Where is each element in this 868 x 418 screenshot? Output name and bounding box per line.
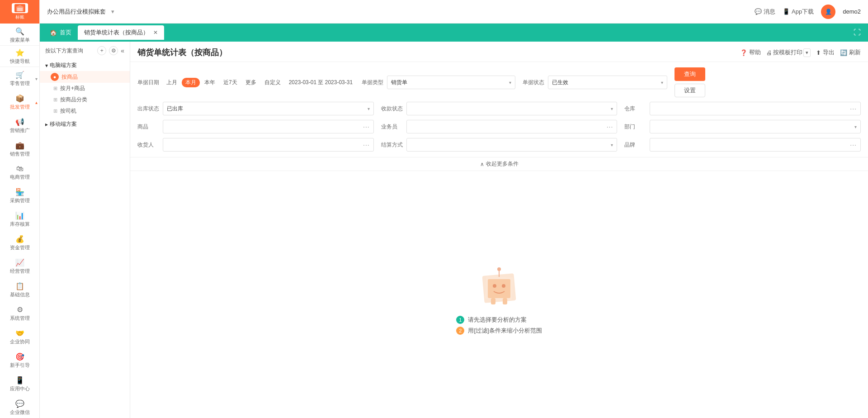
scheme-by-month-goods[interactable]: ⊞ 按月+商品 (40, 83, 130, 94)
sidebar-item-wholesale[interactable]: 📦 批发管理 ▴ (0, 90, 39, 114)
bill-type-value: 销货单 (391, 79, 407, 86)
tab-home-label: 首页 (60, 28, 71, 37)
retail-label: 零售管理 (10, 80, 30, 87)
print-dropdown-arrow[interactable]: ▾ (803, 48, 811, 57)
tip-2-text: 用[过滤]条件来缩小分析范围 (468, 327, 542, 335)
inventory-icon: 📊 (15, 211, 24, 220)
tab-bar: 🏠 首页 销货单统计表（按商品） ✕ ⛶ (40, 24, 868, 42)
download-icon: 📱 (783, 8, 790, 15)
brand-label: 品牌 (624, 141, 646, 149)
date-tab-7days[interactable]: 近7天 (220, 78, 241, 87)
filter-row-1: 单据日期 上月 本月 本年 近7天 更多 自定义 2023-03-01 至 20… (137, 67, 861, 97)
help-button[interactable]: ❓ 帮助 (740, 48, 761, 57)
system-icon: ⚙ (17, 305, 23, 314)
query-button[interactable]: 查询 (675, 67, 705, 81)
bill-type-input[interactable]: 销货单 ▾ (387, 76, 515, 89)
left-panel-actions: + ⚙ « (97, 46, 124, 55)
settings-icon: ⚙ (111, 48, 116, 54)
tab-close-icon[interactable]: ✕ (153, 29, 158, 36)
sidebar-item-purchase[interactable]: 🏪 采购管理 (0, 184, 39, 208)
settings-button[interactable]: 设置 (675, 84, 705, 97)
refresh-button[interactable]: 🔄 刷新 (840, 48, 861, 57)
export-button[interactable]: ⬆ 导出 (816, 48, 835, 57)
sidebar-item-sales[interactable]: 💼 销售管理 (0, 138, 39, 161)
guide-icon: 🎯 (15, 352, 24, 361)
settlement-input[interactable]: ▾ (406, 138, 618, 152)
bill-status-arrow-icon: ▾ (661, 80, 663, 85)
date-tab-lastmonth[interactable]: 上月 (163, 78, 181, 87)
goods-input[interactable]: ··· (163, 120, 374, 133)
purchase-icon: 🏪 (15, 188, 24, 196)
inventory-label: 库存核算 (10, 221, 30, 228)
page-actions: ❓ 帮助 🖨 按模板打印 ▾ ⬆ 导出 🔄 刷新 (740, 48, 861, 57)
retail-icon: 🛒 (15, 71, 24, 79)
svg-rect-1 (17, 8, 23, 11)
svg-point-6 (502, 284, 505, 288)
sidebar-item-marketing[interactable]: 📢 营销推广 (0, 114, 39, 138)
quick-nav-label: 快捷导航 (10, 58, 30, 65)
warehouse-status-arrow-icon: ▾ (368, 106, 370, 111)
message-action[interactable]: 💬 消息 (755, 8, 775, 16)
cooperation-icon: 🤝 (15, 329, 24, 337)
sidebar-item-management[interactable]: 📈 经营管理 (0, 255, 39, 278)
brand-input[interactable]: ··· (650, 138, 861, 152)
date-tab-more[interactable]: 更多 (242, 78, 260, 87)
sidebar-item-guide[interactable]: 🎯 新手引导 (0, 349, 39, 372)
sidebar-item-retail[interactable]: 🛒 零售管理 ▾ (0, 67, 39, 90)
department-label: 部门 (624, 123, 646, 131)
print-button[interactable]: 🖨 按模板打印 ▾ (766, 48, 811, 57)
scheme-by-goods[interactable]: ● 按商品 (40, 71, 130, 83)
left-panel: 按以下方案查询 + ⚙ « ▾ 电脑端方案 ● 按商品 (40, 42, 130, 418)
sidebar-item-wechat[interactable]: 💬 企业微信 (0, 396, 39, 418)
quick-nav-item[interactable]: ⭐ 快捷导航 (0, 46, 39, 67)
breadcrumb-arrow-icon: ▾ (111, 8, 114, 15)
user-name: demo2 (843, 8, 861, 15)
tip-item-2: 2 用[过滤]条件来缩小分析范围 (456, 327, 542, 335)
collapse-conditions-button[interactable]: ∧ 收起更多条件 (130, 157, 868, 171)
department-field: 部门 ▾ (624, 120, 861, 133)
receiver-input[interactable]: ··· (163, 138, 374, 152)
pc-scheme-section[interactable]: ▾ 电脑端方案 (40, 58, 130, 71)
sidebar-item-basic[interactable]: 📋 基础信息 (0, 278, 39, 302)
purchase-label: 采购管理 (10, 197, 30, 204)
warehouse-status-input[interactable]: 已出库 ▾ (163, 102, 374, 115)
bill-type-arrow-icon: ▾ (509, 80, 511, 85)
scheme-month-goods-label: 按月+商品 (60, 85, 85, 92)
salesperson-input[interactable]: ··· (406, 120, 618, 133)
bill-status-input[interactable]: 已生效 ▾ (548, 76, 667, 89)
sidebar-item-ecommerce[interactable]: 🛍 电商管理 (0, 161, 39, 184)
warehouse-input[interactable]: ··· (650, 102, 861, 115)
date-tab-custom[interactable]: 自定义 (261, 78, 284, 87)
settings-scheme-button[interactable]: ⚙ (109, 46, 118, 55)
receiver-dots-icon: ··· (363, 141, 370, 148)
sidebar-item-system[interactable]: ⚙ 系统管理 (0, 302, 39, 325)
sidebar-item-appstore[interactable]: 📱 应用中心 (0, 372, 39, 396)
help-label: 帮助 (749, 48, 761, 57)
tab-home[interactable]: 🏠 首页 (43, 25, 78, 40)
system-label: 系统管理 (10, 315, 30, 322)
tab-sales-report[interactable]: 销货单统计表（按商品） ✕ (78, 25, 164, 40)
date-tabs: 上月 本月 本年 近7天 更多 自定义 (163, 78, 284, 87)
mobile-scheme-section[interactable]: ▸ 移动端方案 (40, 117, 130, 130)
date-tab-thisyear[interactable]: 本年 (201, 78, 219, 87)
app-download-action[interactable]: 📱 App下载 (783, 8, 814, 16)
page-title: 销货单统计表（按商品） (137, 47, 227, 58)
salesperson-label: 业务员 (381, 123, 403, 131)
query-buttons: 查询 设置 (675, 67, 705, 97)
maximize-icon[interactable]: ⛶ (850, 28, 864, 37)
payment-status-input[interactable]: ▾ (406, 102, 618, 115)
scheme-by-category[interactable]: ⊞ 按商品分类 (40, 94, 130, 105)
department-input[interactable]: ▾ (650, 120, 861, 133)
scheme-by-driver[interactable]: ⊞ 按司机 (40, 105, 130, 117)
add-scheme-button[interactable]: + (97, 46, 106, 55)
avatar[interactable]: 👤 (821, 5, 835, 19)
sidebar-item-inventory[interactable]: 📊 库存核算 (0, 208, 39, 231)
sidebar-item-finance[interactable]: 💰 资金管理 (0, 231, 39, 255)
guide-label: 新手引导 (10, 362, 30, 369)
search-menu-item[interactable]: 🔍 搜索菜单 (0, 24, 39, 46)
collapse-panel-button[interactable]: « (121, 47, 124, 54)
mobile-scheme-label: 移动端方案 (50, 120, 77, 128)
sidebar-item-cooperation[interactable]: 🤝 企业协同 (0, 325, 39, 349)
export-icon: ⬆ (816, 49, 821, 56)
date-tab-thismonth[interactable]: 本月 (182, 78, 200, 87)
